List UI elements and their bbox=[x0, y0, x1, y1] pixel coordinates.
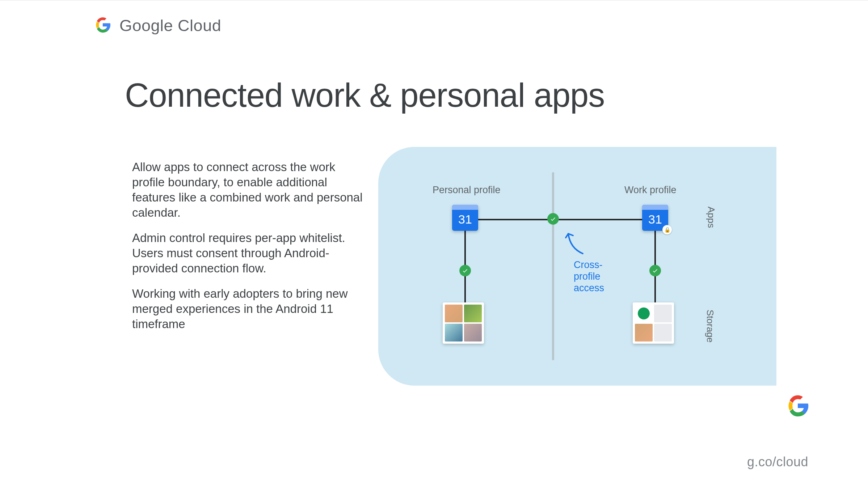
cross-profile-access-label: Cross- profile access bbox=[574, 259, 604, 294]
profile-divider bbox=[552, 172, 554, 360]
google-cloud-icon bbox=[94, 16, 113, 36]
slide-title: Connected work & personal apps bbox=[125, 76, 604, 114]
personal-connector-line bbox=[464, 219, 466, 309]
storage-axis-label: Storage bbox=[704, 310, 716, 343]
work-connector-line bbox=[654, 219, 656, 309]
work-calendar-icon: 31 🔒 bbox=[642, 205, 668, 231]
arrow-icon bbox=[563, 228, 592, 257]
calendar-day-personal: 31 bbox=[458, 212, 472, 226]
body-paragraph-2: Admin control requires per-app whitelist… bbox=[132, 230, 364, 276]
check-icon bbox=[459, 265, 471, 276]
google-cloud-icon bbox=[786, 393, 812, 420]
footer-url: g.co/cloud bbox=[747, 454, 808, 470]
apps-axis-label: Apps bbox=[705, 207, 717, 228]
body-paragraph-1: Allow apps to connect across the work pr… bbox=[132, 160, 364, 220]
brand-name-cloud: Cloud bbox=[173, 16, 221, 35]
check-icon bbox=[649, 265, 661, 276]
slide-body: Allow apps to connect across the work pr… bbox=[132, 160, 364, 342]
personal-calendar-icon: 31 bbox=[452, 205, 478, 231]
personal-storage-icon bbox=[443, 302, 484, 344]
brand-name-google: Google bbox=[119, 16, 173, 35]
work-profile-label: Work profile bbox=[624, 184, 677, 196]
calendar-day-work: 31 bbox=[648, 212, 662, 226]
google-cloud-logo: Google Cloud bbox=[94, 16, 221, 36]
personal-profile-label: Personal profile bbox=[433, 184, 501, 196]
slide: Google Cloud Connected work & personal a… bbox=[0, 0, 868, 488]
apps-connector-line bbox=[465, 219, 655, 220]
google-cloud-wordmark: Google Cloud bbox=[119, 16, 221, 35]
check-icon bbox=[547, 213, 559, 225]
work-badge-icon: 🔒 bbox=[662, 225, 672, 234]
profiles-diagram: Personal profile Work profile Apps Stora… bbox=[378, 147, 776, 386]
work-storage-icon bbox=[633, 302, 674, 344]
body-paragraph-3: Working with early adopters to bring new… bbox=[132, 286, 364, 332]
